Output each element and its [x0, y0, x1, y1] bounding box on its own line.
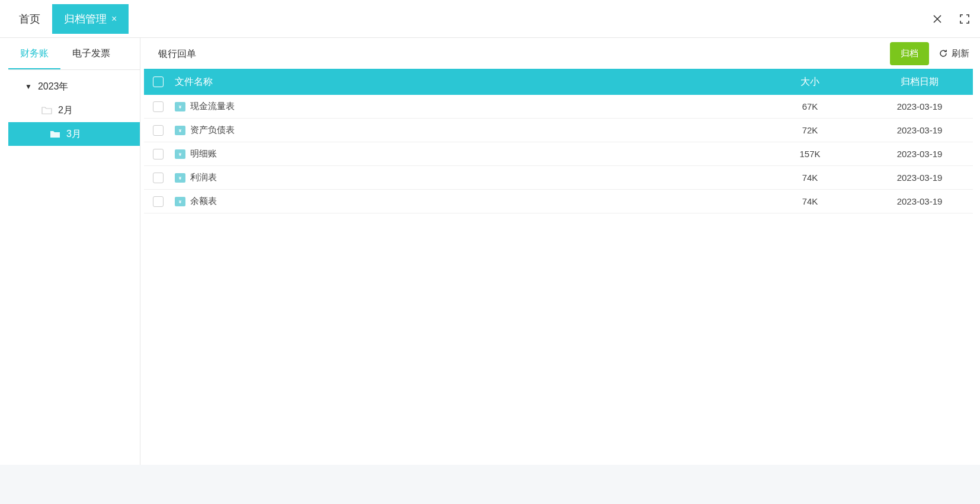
- subtab-bankslip[interactable]: 银行回单: [151, 39, 208, 69]
- table-row[interactable]: ¥现金流量表67K2023-03-19: [144, 95, 973, 119]
- table-row[interactable]: ¥明细账157K2023-03-19: [144, 142, 973, 166]
- header-name: 文件名称: [172, 76, 754, 88]
- file-date: 2023-03-19: [866, 149, 973, 159]
- table-header: 文件名称 大小 归档日期: [144, 69, 973, 95]
- sidebar: 财务账 电子发票 ▼ 2023年 2月 3月: [0, 38, 140, 465]
- file-icon: ¥: [175, 149, 185, 159]
- file-name: 资产负债表: [190, 125, 235, 135]
- subtab-finance[interactable]: 财务账: [8, 38, 60, 69]
- file-icon: ¥: [175, 102, 185, 111]
- file-size: 74K: [754, 196, 866, 206]
- file-date: 2023-03-19: [866, 101, 973, 111]
- row-checkbox[interactable]: [153, 125, 164, 136]
- refresh-icon: [939, 49, 948, 58]
- file-size: 157K: [754, 149, 866, 159]
- tab-home[interactable]: 首页: [7, 4, 52, 34]
- table-row[interactable]: ¥资产负债表72K2023-03-19: [144, 119, 973, 142]
- table-row[interactable]: ¥利润表74K2023-03-19: [144, 166, 973, 190]
- file-date: 2023-03-19: [866, 125, 973, 135]
- header-size: 大小: [754, 76, 866, 88]
- row-checkbox[interactable]: [153, 101, 164, 112]
- tab-archive-mgmt[interactable]: 归档管理 ×: [52, 4, 129, 34]
- folder-tree: ▼ 2023年 2月 3月: [0, 70, 140, 146]
- file-date: 2023-03-19: [866, 196, 973, 206]
- row-checkbox[interactable]: [153, 196, 164, 207]
- file-date: 2023-03-19: [866, 173, 973, 183]
- file-name: 利润表: [190, 172, 217, 182]
- close-icon[interactable]: ×: [111, 14, 117, 24]
- refresh-button[interactable]: 刷新: [939, 48, 969, 59]
- tree-year-label: 2023年: [38, 81, 69, 93]
- table-row[interactable]: ¥余额表74K2023-03-19: [144, 190, 973, 213]
- row-checkbox[interactable]: [153, 149, 164, 160]
- file-name: 明细账: [190, 148, 217, 158]
- close-icon: [932, 14, 943, 24]
- fullscreen-button[interactable]: [956, 11, 973, 27]
- tab-archive-label: 归档管理: [64, 12, 107, 26]
- window-close-button[interactable]: [929, 11, 946, 27]
- toolbar: 银行回单 归档 刷新: [140, 38, 980, 69]
- file-table: 文件名称 大小 归档日期 ¥现金流量表67K2023-03-19¥资产负债表72…: [144, 69, 973, 213]
- select-all-checkbox[interactable]: [153, 76, 164, 87]
- file-icon: ¥: [175, 173, 185, 183]
- tree-node-month-3[interactable]: 3月: [8, 122, 140, 146]
- subtab-einvoice[interactable]: 电子发票: [60, 38, 122, 69]
- file-name: 现金流量表: [190, 101, 235, 111]
- refresh-label: 刷新: [952, 48, 969, 59]
- file-size: 67K: [754, 101, 866, 111]
- title-tab-bar: 首页 归档管理 ×: [0, 0, 980, 38]
- tab-home-label: 首页: [19, 12, 40, 26]
- tree-node-year[interactable]: ▼ 2023年: [8, 75, 140, 98]
- header-date: 归档日期: [866, 76, 973, 88]
- expand-icon: [959, 14, 970, 24]
- file-size: 72K: [754, 125, 866, 135]
- file-size: 74K: [754, 173, 866, 183]
- file-icon: ¥: [175, 126, 185, 135]
- tree-month-label: 2月: [58, 104, 73, 117]
- file-name: 余额表: [190, 196, 217, 206]
- folder-icon: [41, 106, 52, 114]
- row-checkbox[interactable]: [153, 173, 164, 183]
- file-icon: ¥: [175, 197, 185, 206]
- chevron-down-icon: ▼: [25, 82, 32, 91]
- tree-node-month-2[interactable]: 2月: [8, 98, 140, 122]
- folder-icon: [50, 130, 60, 138]
- archive-button[interactable]: 归档: [890, 42, 929, 65]
- tree-month-label: 3月: [66, 128, 81, 141]
